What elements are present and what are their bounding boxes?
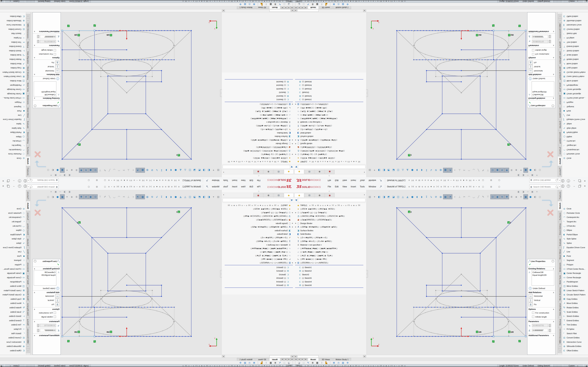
graphics-area[interactable]: ◧◨—▣× ▤▾◧◨◩◪◫◬◭●◖◗↧↳⊘◍▦◔∙⊥✂◠◡╱✎⊤⊡◉≋✚≣◈▾▣… (366, 190, 557, 355)
tree-item[interactable]: ≣Material < not specified > (294, 243, 366, 247)
tree-item[interactable]: ◔○Ƨ✚ƐƼƧ○ИΝ◉◦✚ƆƐΛƧƼƧ○◦○ƧƼƧΛƐƆ✚◦◉ИΝ○ (222, 149, 294, 153)
tool-fit-spline[interactable]: ∼Fit Spline (562, 36, 588, 40)
tree-item[interactable]: ✎○Ƨ∙∩✱♟ΑΜ○◦○ΜΑ♟✱∩∙Ƨ○ (294, 128, 366, 131)
tool-3-point-arc[interactable]: ◡3 Point Arc (562, 139, 588, 143)
length-field[interactable]: 10.88152731 (532, 40, 548, 43)
cm-tab-mesh-modeling[interactable]: Mesh Modeling (26, 66, 30, 81)
tool-offset-entities[interactable]: ⊏Offset Entities (562, 349, 588, 353)
expand-arrow-icon[interactable]: ▶ (291, 262, 293, 264)
tool-parallelogram[interactable]: ▱Parallelogram (562, 83, 588, 87)
tool-scale-entities[interactable]: ◹Scale Entities (0, 310, 26, 314)
panel-collapse-handle[interactable]: ‹ (366, 90, 368, 97)
tool-linear-sketch-pattern[interactable]: ⊞Linear Sketch Pattern (562, 288, 588, 292)
tool-sketch-fillet[interactable]: ◜Sketch Fillet (0, 331, 26, 335)
tool-segment[interactable]: ∷Segment (562, 105, 588, 109)
expand-arrow-icon[interactable]: ▶ (291, 226, 293, 228)
tree-item[interactable]: ▶◷○Λ♟◉✚Ƽ◦ʒ○◦○ʒ◦Ƽ✚◉♟Λ○ (294, 211, 366, 214)
units-icon[interactable]: ◪ (0, 365, 3, 367)
tool-line[interactable]: ╱Line (0, 113, 26, 117)
tool-tangent-arc[interactable]: ◝Tangent Arc (0, 219, 26, 224)
tab-model[interactable]: Model (269, 358, 280, 361)
checkbox[interactable] (532, 53, 534, 55)
collapse-icon[interactable]: ∧ (553, 268, 554, 270)
tool-trim-entities[interactable]: ✂Trim Entities (562, 40, 588, 44)
scroll-right-arrow[interactable]: ▶ (222, 9, 225, 12)
tool-point[interactable]: ▪Point (562, 109, 588, 113)
configurationmanager-tab[interactable]: ⊕ (264, 170, 273, 174)
motion-toolbar-icon[interactable]: ▦ (315, 3, 320, 6)
motion-toolbar-icon[interactable]: ⚙ (345, 361, 350, 364)
featuremanager-tab[interactable]: ◆ (284, 170, 294, 174)
study-nav-button[interactable]: ◀ (287, 358, 291, 361)
configurationmanager-tab[interactable]: ⊕ (264, 193, 273, 197)
tool-corner-rectangle[interactable]: ▭Corner Rectangle (0, 87, 26, 92)
tree-item[interactable]: ★○ƧƼƐ✚◦♟◉ΛΑΦ○◦○ΦΑΛ◉♟◦✚ƐƼƧ○ (222, 156, 294, 160)
length-field[interactable]: 10.88152731 (40, 40, 56, 43)
cm-tab-evaluate[interactable]: Evaluate (26, 237, 30, 248)
tree-item[interactable]: ▱○∙◉✚○✱◉◖○◦○◗◉✱○✚◉∙○ (222, 113, 294, 117)
tool-tangent-arc[interactable]: ◝Tangent Arc (562, 219, 588, 224)
cm-tab-markup[interactable]: Markup (558, 317, 562, 327)
tool-scale-entities[interactable]: ◹Scale Entities (562, 53, 588, 57)
motion-toolbar-icon[interactable]: ↕ (264, 361, 268, 364)
cm-tab-evaluate[interactable]: Evaluate (558, 237, 562, 248)
panel-tabs-chevron-icon[interactable]: › (223, 171, 224, 174)
filter-input[interactable] (298, 165, 365, 169)
cm-tab-sketch[interactable]: Sketch (558, 156, 562, 166)
search-icon[interactable] (30, 179, 32, 181)
cm-tab-data-migration[interactable]: Data Migration (558, 302, 562, 317)
motion-toolbar-icon[interactable]: ⊠ (252, 361, 256, 364)
cm-tab--[interactable]: ⋮ (558, 344, 562, 349)
length-field[interactable]: 10.88152731 (532, 324, 548, 327)
tab-model[interactable]: Model (308, 358, 319, 361)
tool-line[interactable]: ╱Line (0, 250, 26, 254)
tab-motion-study-1[interactable]: Motion Study 1 (333, 358, 351, 361)
relation-item[interactable]: Equal length109 (533, 91, 553, 93)
angle-spinner[interactable] (37, 35, 39, 38)
tab-model[interactable]: Model (269, 6, 280, 9)
cm-tab-features[interactable]: Features (558, 190, 562, 201)
tool-copy-entities[interactable]: ⊠Copy Entities (562, 297, 588, 301)
account-icon[interactable] (561, 179, 564, 183)
tree-item-sketch[interactable]: ⊞(-)Sketch2 (222, 94, 294, 98)
cm-tab-sketch[interactable]: Sketch (26, 201, 30, 211)
menu-tools[interactable]: Tools (221, 179, 230, 182)
cm-tab-markup[interactable]: Markup (26, 40, 30, 50)
motion-toolbar-icon[interactable]: ≣ (273, 361, 277, 364)
tool-circle[interactable]: ⊙Circle (0, 207, 26, 211)
expand-arrow-icon[interactable]: ▶ (295, 226, 297, 228)
cm-tab-surfaces[interactable]: Surfaces (26, 145, 30, 156)
additional-parameters-header[interactable]: Additional Parameters ∨ (34, 31, 60, 33)
add-relation-vertical[interactable]: |Vertical (528, 298, 554, 302)
tree-item[interactable]: ≣Material < not specified > (222, 243, 294, 247)
menu-file[interactable]: File (255, 185, 262, 188)
tool-spline[interactable]: ∿Spline (562, 241, 588, 245)
tool-ellipse[interactable]: ○Ellipse (0, 134, 26, 139)
horizontal-scrollbar[interactable]: ◀ ▶ (294, 355, 366, 358)
cm-tab-mbd-dimensions[interactable]: MBD Dimensions (26, 23, 30, 40)
collapse-icon[interactable]: ∧ (34, 268, 35, 270)
pin-icon[interactable] (379, 185, 382, 188)
search-input[interactable] (533, 186, 555, 188)
collapse-icon[interactable]: ∧ (553, 74, 554, 76)
tree-item[interactable]: ≣Material < not specified > (222, 120, 294, 124)
menu-tools[interactable]: Tools (358, 179, 367, 182)
restore-button[interactable] (578, 185, 581, 188)
tree-item[interactable]: ◧Solid Bodies (222, 131, 294, 135)
study-nav-button[interactable]: ▶ (284, 358, 287, 361)
tool-polygon[interactable]: ◇Polygon (562, 262, 588, 267)
tree-item[interactable]: ◨Surface Bodies (294, 229, 366, 233)
tree-item[interactable]: ▱○∙◉✚○✱◉◖○◦○◗◉✱○✚◉∙○ (294, 113, 366, 117)
horizontal-scrollbar[interactable]: ◀ ▶ (222, 355, 294, 358)
motion-toolbar-icon[interactable]: ↕ (264, 3, 268, 6)
tool-partial-ellipse[interactable]: ◖Partial Ellipse (562, 233, 588, 237)
relations-list[interactable]: Collinear108 Equal length109 (34, 82, 56, 97)
search-caret-icon[interactable]: ▾ (558, 179, 561, 182)
fix-icon[interactable]: ⚓ (528, 302, 533, 306)
graphics-area[interactable]: ◧◨—▣× ▤▾◧◨◩◪◫◬◭●◖◗↧↳⊘◍▦◔∙⊥✂◠◡╱✎⊤⊡◉≋✚≣◈▾▣… (31, 12, 222, 177)
tree-item[interactable]: ◔○Ƨ✚ƐƼƧ○ИΝ◉◦✚ƆƐΛƧƼƧ○◦○ƧƼƧΛƐƆ✚◦◉ИΝ○ (294, 149, 366, 153)
tool-intersection-curve[interactable]: ≬Intersection Curve (0, 340, 26, 344)
add-relation-horizontal[interactable]: —Horizontal (34, 294, 60, 298)
restore-button[interactable] (7, 185, 10, 188)
collapse-icon[interactable]: ∧ (34, 57, 35, 59)
